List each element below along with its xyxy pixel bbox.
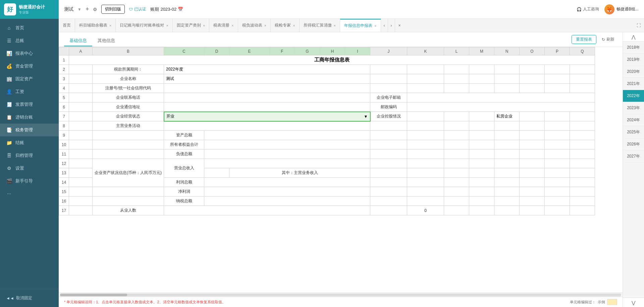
cell-13-Q[interactable] bbox=[570, 168, 595, 178]
cell-10-P[interactable] bbox=[545, 140, 570, 149]
cell-9-C[interactable]: 资产总额 bbox=[164, 131, 204, 140]
cell-10-C[interactable]: 所有者权益合计 bbox=[164, 140, 204, 149]
cell-9-L[interactable] bbox=[444, 131, 469, 140]
cell-12-P[interactable] bbox=[545, 159, 570, 168]
year-item-2024[interactable]: 2024年 bbox=[623, 114, 644, 126]
col-header-C[interactable]: C bbox=[164, 47, 204, 55]
cell-14-Q[interactable] bbox=[570, 178, 595, 187]
cell-9-M[interactable] bbox=[469, 131, 494, 140]
cell-5-K[interactable] bbox=[407, 93, 595, 102]
tab-home[interactable]: 首页 bbox=[59, 19, 75, 32]
cell-4-J[interactable] bbox=[370, 84, 407, 93]
col-header-P[interactable]: P bbox=[545, 47, 570, 55]
cell-2-M[interactable] bbox=[469, 65, 494, 74]
cell-2-K[interactable] bbox=[407, 65, 444, 74]
cell-2-L[interactable] bbox=[444, 65, 469, 74]
col-header-J[interactable]: J bbox=[370, 47, 407, 55]
cell-6-J[interactable]: 邮政编码 bbox=[370, 102, 407, 112]
dropdown-arrow-icon[interactable]: ▼ bbox=[77, 7, 82, 12]
cell-15-J[interactable] bbox=[370, 187, 407, 196]
cell-2-P[interactable] bbox=[545, 65, 570, 74]
cell-2-J[interactable] bbox=[370, 65, 407, 74]
col-header-N[interactable]: N bbox=[494, 47, 520, 55]
cell-2-A[interactable] bbox=[69, 65, 93, 74]
col-header-B[interactable]: B bbox=[93, 47, 164, 55]
cell-11-L[interactable] bbox=[444, 149, 469, 159]
cell-17-M[interactable] bbox=[469, 206, 494, 215]
cell-12-B-merged[interactable]: 企业资产状况信息(币种：人民币万元) bbox=[93, 159, 164, 187]
reset-report-button[interactable]: 重置报表 bbox=[572, 35, 596, 44]
cell-17-B[interactable]: 从业人数 bbox=[93, 206, 164, 215]
cell-8-N[interactable] bbox=[494, 121, 520, 131]
cell-14-J[interactable] bbox=[370, 178, 407, 187]
cell-4-A[interactable] bbox=[69, 84, 93, 93]
cell-4-L[interactable] bbox=[444, 84, 469, 93]
cell-2-N[interactable] bbox=[494, 65, 520, 74]
col-header-F[interactable]: F bbox=[270, 47, 295, 55]
cell-3-A[interactable] bbox=[69, 74, 93, 84]
cell-15-O[interactable] bbox=[520, 187, 545, 196]
cell-14-K[interactable] bbox=[407, 178, 444, 187]
cell-13-J[interactable] bbox=[370, 168, 407, 178]
settings-gear-icon[interactable]: ⚙ bbox=[93, 7, 97, 12]
cell-12-D[interactable] bbox=[204, 159, 370, 168]
cell-15-N[interactable] bbox=[494, 187, 520, 196]
cell-2-O[interactable] bbox=[520, 65, 545, 74]
tab-fixed-assets-category[interactable]: 固定资产类别 × bbox=[173, 19, 209, 32]
cell-14-M[interactable] bbox=[469, 178, 494, 187]
cell-12-O[interactable] bbox=[520, 159, 545, 168]
cell-9-K[interactable] bbox=[407, 131, 444, 140]
cell-8-K[interactable] bbox=[407, 121, 444, 131]
cell-15-C[interactable]: 净利润 bbox=[164, 187, 204, 196]
cell-9-B[interactable] bbox=[93, 131, 164, 140]
cell-7-O[interactable] bbox=[520, 112, 545, 121]
col-header-Q[interactable]: Q bbox=[570, 47, 595, 55]
cell-14-C[interactable]: 利润总额 bbox=[164, 178, 204, 187]
cell-9-O[interactable] bbox=[520, 131, 545, 140]
cell-6-C[interactable] bbox=[164, 102, 370, 112]
cell-11-M[interactable] bbox=[469, 149, 494, 159]
tab-tax-fluctuation[interactable]: 税负波动表 × bbox=[238, 19, 271, 32]
tab-close-icon[interactable]: × bbox=[109, 24, 111, 28]
cell-6-K[interactable] bbox=[407, 102, 595, 112]
sidebar-item-ledger[interactable]: ☰ 总账 bbox=[0, 34, 59, 47]
col-header-K[interactable]: K bbox=[407, 47, 444, 55]
cell-7-A[interactable] bbox=[69, 112, 93, 121]
cell-10-K[interactable] bbox=[407, 140, 444, 149]
cell-11-O[interactable] bbox=[520, 149, 545, 159]
cell-16-D[interactable] bbox=[204, 196, 370, 206]
cell-4-K[interactable] bbox=[407, 84, 444, 93]
col-header-M[interactable]: M bbox=[469, 47, 494, 55]
year-item-2027[interactable]: 2027年 bbox=[623, 150, 644, 163]
cell-15-L[interactable] bbox=[444, 187, 469, 196]
year-item-2020[interactable]: 2020年 bbox=[623, 66, 644, 78]
cell-4-O[interactable] bbox=[520, 84, 545, 93]
cell-4-Q[interactable] bbox=[570, 84, 595, 93]
cell-15-P[interactable] bbox=[545, 187, 570, 196]
cell-15-A[interactable] bbox=[69, 187, 93, 196]
cell-17-J[interactable] bbox=[370, 206, 407, 215]
sub-tab-basic[interactable]: 基础信息 bbox=[64, 36, 92, 46]
cell-16-N[interactable] bbox=[494, 196, 520, 206]
cell-11-C[interactable]: 负债总额 bbox=[164, 149, 204, 159]
col-header-E[interactable]: E bbox=[229, 47, 270, 55]
cell-11-Q[interactable] bbox=[570, 149, 595, 159]
sidebar-item-archive[interactable]: 🗄 归档管理 bbox=[0, 149, 59, 162]
cell-4-C[interactable] bbox=[164, 84, 370, 93]
cell-17-C[interactable] bbox=[164, 206, 370, 215]
cell-5-B[interactable]: 企业联系电话 bbox=[93, 93, 164, 102]
cell-17-N[interactable] bbox=[494, 206, 520, 215]
cell-14-A[interactable] bbox=[69, 178, 93, 187]
tab-tax-table[interactable]: 税表清册 × bbox=[209, 19, 238, 32]
cell-12-C-merged[interactable]: 营业总收入 bbox=[164, 159, 204, 178]
tab-subject-balance[interactable]: 科目辅助余额表 × bbox=[75, 19, 116, 32]
cell-9-Q[interactable] bbox=[570, 131, 595, 140]
cell-10-O[interactable] bbox=[520, 140, 545, 149]
cell-8-L[interactable] bbox=[444, 121, 469, 131]
cell-10-J[interactable] bbox=[370, 140, 407, 149]
year-scroll-up-button[interactable]: ⋀ bbox=[623, 32, 644, 42]
cell-3-P[interactable] bbox=[545, 74, 570, 84]
cell-5-J[interactable]: 企业电子邮箱 bbox=[370, 93, 407, 102]
horizontal-scrollbar[interactable] bbox=[59, 293, 623, 297]
cell-5-C[interactable] bbox=[164, 93, 370, 102]
